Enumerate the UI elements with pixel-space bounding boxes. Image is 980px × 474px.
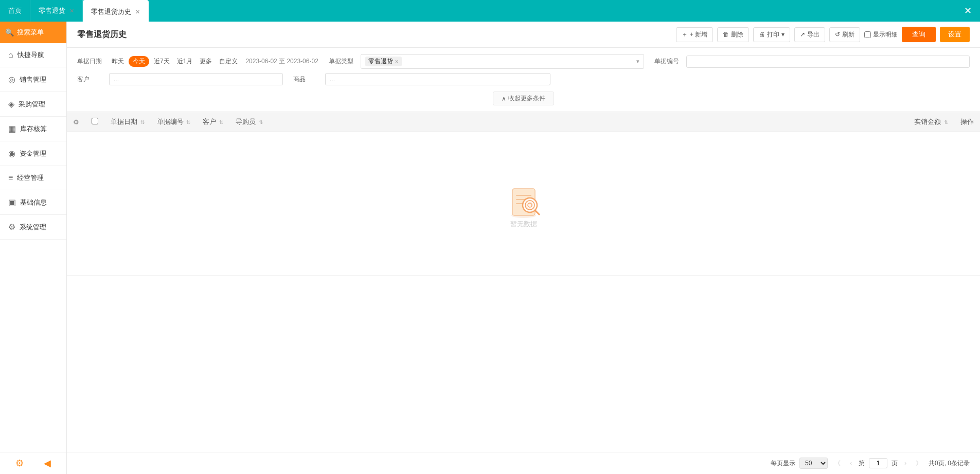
- sidebar-item-quick-nav-label: 快捷导航: [17, 50, 44, 60]
- empty-state-icon: [503, 178, 544, 220]
- table-body: 暂无数据: [67, 132, 980, 276]
- doc-type-tag-close[interactable]: ×: [395, 58, 399, 65]
- search-icon: 🔍: [5, 28, 14, 37]
- empty-state: 暂无数据: [73, 137, 974, 270]
- export-icon: ↗: [800, 31, 805, 38]
- pagination-bar: 每页显示 50 100 200 《 ‹ 第 页 › 》 共0页, 0条记录: [67, 452, 980, 474]
- tab-retail-return-history[interactable]: 零售退货历史 ✕: [83, 0, 149, 22]
- doc-number-label: 单据编号: [654, 57, 683, 66]
- new-button[interactable]: ＋ + 新增: [676, 27, 713, 42]
- th-date-label: 单据日期: [111, 118, 137, 125]
- th-guide: 导购员 ⇅: [229, 112, 269, 132]
- sidebar-item-basic-info[interactable]: ▣ 基础信息: [0, 190, 66, 215]
- new-icon: ＋: [682, 30, 688, 39]
- date-opt-7days[interactable]: 近7天: [151, 56, 172, 67]
- sidebar-item-inventory[interactable]: ▦ 库存核算: [0, 117, 66, 141]
- customer-input[interactable]: ...: [109, 73, 283, 85]
- sidebar-search[interactable]: 🔍 搜索菜单: [0, 22, 66, 43]
- th-customer: 客户 ⇅: [197, 112, 229, 132]
- date-opt-yesterday[interactable]: 昨天: [109, 56, 127, 67]
- guide-sort-icon[interactable]: ⇅: [259, 119, 263, 125]
- sidebar-item-sales-label: 销售管理: [20, 75, 46, 84]
- show-detail-checkbox[interactable]: [864, 31, 871, 38]
- doc-type-select[interactable]: 零售退货 × ▾: [361, 54, 644, 69]
- amount-sort-icon[interactable]: ⇅: [944, 119, 948, 125]
- empty-text: 暂无数据: [510, 220, 537, 229]
- sidebar: 🔍 搜索菜单 ⌂ 快捷导航 ◎ 销售管理 ◈ 采购管理 ▦ 库存核算 ◉ 资金管: [0, 22, 67, 474]
- doc-number-input[interactable]: [686, 56, 970, 68]
- tab-retail-return[interactable]: 零售退货 ✕: [30, 0, 83, 22]
- page-unit: 页: [892, 459, 898, 468]
- table-head: ⚙ 单据日期 ⇅ 单据编号 ⇅: [67, 112, 980, 132]
- th-guide-label: 导购员: [236, 118, 256, 125]
- filter-row-2: 客户 ... 商品 ...: [77, 73, 970, 85]
- th-ops-label: 操作: [960, 118, 974, 125]
- show-detail-checkbox-wrap[interactable]: 显示明细: [864, 30, 898, 39]
- date-range-display: 2023-06-02 至 2023-06-02: [245, 57, 318, 66]
- query-button[interactable]: 查询: [902, 27, 936, 42]
- window-close-button[interactable]: ✕: [956, 5, 980, 16]
- content-area: 零售退货历史 ＋ + 新增 🗑 删除 🖨 打印 ▾ ↗ 导出: [67, 22, 980, 474]
- date-opt-1month[interactable]: 近1月: [174, 56, 195, 67]
- delete-icon: 🗑: [723, 31, 729, 38]
- doc-type-arrow-icon: ▾: [636, 58, 639, 65]
- sidebar-item-purchase[interactable]: ◈ 采购管理: [0, 92, 66, 117]
- tab-retail-return-label: 零售退货: [39, 6, 65, 15]
- total-info: 共0页, 0条记录: [929, 459, 970, 468]
- th-checkbox: [85, 112, 104, 132]
- date-sort-icon[interactable]: ⇅: [140, 119, 145, 125]
- new-label: + 新增: [690, 30, 707, 39]
- sidebar-search-label: 搜索菜单: [17, 28, 44, 37]
- page-number-input[interactable]: [869, 458, 887, 468]
- sidebar-collapse-button[interactable]: ◀: [44, 458, 51, 469]
- page-header: 零售退货历史 ＋ + 新增 🗑 删除 🖨 打印 ▾ ↗ 导出: [67, 22, 980, 48]
- collapse-filter-button[interactable]: ∧ 收起更多条件: [493, 92, 554, 105]
- goods-dots: ...: [330, 76, 335, 83]
- sidebar-item-basic-info-label: 基础信息: [20, 198, 47, 207]
- page-size-select[interactable]: 50 100 200: [799, 458, 828, 469]
- page-title: 零售退货历史: [77, 29, 127, 40]
- print-button[interactable]: 🖨 打印 ▾: [753, 27, 790, 42]
- sidebar-menu: ⌂ 快捷导航 ◎ 销售管理 ◈ 采购管理 ▦ 库存核算 ◉ 资金管理 ≡ 经营管…: [0, 43, 66, 452]
- tab-retail-return-history-close[interactable]: ✕: [135, 9, 140, 15]
- next-page-button[interactable]: ›: [902, 459, 909, 468]
- collapse-icon: ∧: [502, 95, 506, 102]
- number-sort-icon[interactable]: ⇅: [186, 119, 190, 125]
- th-date: 单据日期 ⇅: [104, 112, 151, 132]
- delete-label: 删除: [731, 30, 743, 39]
- sidebar-item-sales[interactable]: ◎ 销售管理: [0, 67, 66, 92]
- th-settings: ⚙: [67, 112, 85, 132]
- select-all-checkbox[interactable]: [92, 118, 98, 124]
- sidebar-item-purchase-label: 采购管理: [19, 100, 45, 109]
- prev-page-button[interactable]: ‹: [847, 459, 854, 468]
- print-arrow-icon: ▾: [781, 31, 785, 38]
- customer-label: 客户: [77, 75, 106, 84]
- delete-button[interactable]: 🗑 删除: [717, 27, 749, 42]
- customer-sort-icon[interactable]: ⇅: [219, 119, 223, 125]
- sidebar-item-system[interactable]: ⚙ 系统管理: [0, 215, 66, 240]
- th-number-label: 单据编号: [157, 118, 184, 125]
- export-button[interactable]: ↗ 导出: [794, 27, 825, 42]
- refresh-button[interactable]: ↺ 刷新: [829, 27, 860, 42]
- data-table: ⚙ 单据日期 ⇅ 单据编号 ⇅: [67, 112, 980, 276]
- tab-retail-return-close[interactable]: ✕: [69, 8, 74, 14]
- sidebar-item-operation[interactable]: ≡ 经营管理: [0, 166, 66, 190]
- operation-icon: ≡: [8, 173, 13, 183]
- column-settings-icon[interactable]: ⚙: [73, 118, 79, 126]
- sidebar-item-finance[interactable]: ◉ 资金管理: [0, 141, 66, 166]
- refresh-icon: ↺: [835, 31, 840, 38]
- date-opt-today[interactable]: 今天: [129, 56, 149, 67]
- setting-button[interactable]: 设置: [940, 27, 970, 42]
- home-icon: ⌂: [8, 50, 13, 60]
- sidebar-settings-button[interactable]: ⚙: [15, 458, 24, 469]
- sidebar-item-quick-nav[interactable]: ⌂ 快捷导航: [0, 43, 66, 67]
- date-opt-more[interactable]: 更多: [197, 56, 215, 67]
- tab-home[interactable]: 首页: [0, 0, 30, 22]
- empty-state-row: 暂无数据: [67, 132, 980, 276]
- date-opt-custom[interactable]: 自定义: [217, 56, 240, 67]
- export-label: 导出: [807, 30, 819, 39]
- first-page-button[interactable]: 《: [832, 458, 843, 469]
- print-icon: 🖨: [759, 31, 765, 38]
- last-page-button[interactable]: 》: [913, 458, 924, 469]
- goods-input[interactable]: ...: [325, 73, 550, 85]
